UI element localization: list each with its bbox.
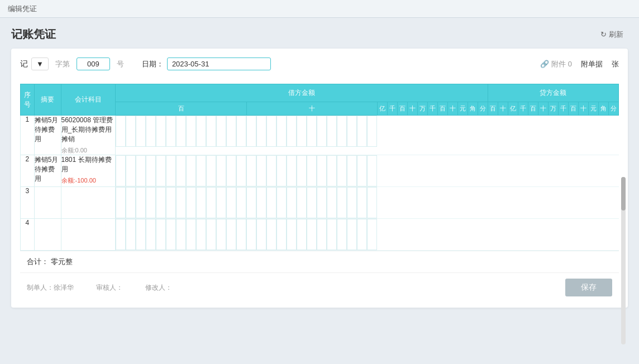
- date-group: 日期：: [142, 58, 271, 70]
- total-value: 零元整: [51, 257, 73, 267]
- total-row: 合计： 零元整: [20, 251, 619, 272]
- zi-di-input[interactable]: [77, 58, 110, 70]
- debit-bai2: 百: [116, 102, 247, 116]
- account-balance-negative: 余额:-100.00: [61, 176, 116, 185]
- credit-shi1: 十: [538, 102, 548, 116]
- voucher-table: 序号 摘要 会计科目 借方金额 贷方金额 百 十 亿 千 百 十 万 千 百 十: [20, 84, 619, 251]
- credit-yi: 亿: [508, 102, 518, 116]
- credit-bai0: 百: [568, 102, 578, 116]
- right-actions: 🔗 附件 0 附单据 张: [540, 59, 619, 69]
- summary-cell-empty-4[interactable]: [34, 219, 61, 251]
- refresh-label: 刷新: [609, 30, 623, 40]
- debit-wan: 万: [417, 102, 427, 116]
- title-bar-label: 编辑凭证: [8, 4, 37, 14]
- debit-qian0: 千: [427, 102, 437, 116]
- voucher-type-group: 记 ▼: [20, 58, 49, 70]
- date-label: 日期：: [142, 59, 164, 69]
- summary-cell[interactable]: 摊销5月待摊费用: [34, 116, 61, 155]
- seq-cell: 2: [21, 155, 35, 187]
- credit-amount-cell-2[interactable]: [246, 155, 377, 187]
- table-row: 3: [21, 187, 619, 219]
- account-balance: 余额:0.00: [61, 146, 116, 155]
- voucher-type-dropdown[interactable]: ▼: [31, 58, 49, 70]
- dropdown-arrow-icon: ▼: [36, 60, 44, 68]
- table-row: 1 摊销5月待摊费用 56020008 管理费用_长期待摊费用摊销 余额:0.0…: [21, 116, 619, 155]
- scrollbar-thumb[interactable]: [621, 177, 626, 210]
- account-code: 56020008 管理费用_长期待摊费用摊销: [61, 116, 116, 144]
- seq-cell: 1: [21, 116, 35, 155]
- debit-amount-cell[interactable]: [116, 116, 247, 155]
- debit-bai1: 百: [397, 102, 407, 116]
- credit-amount-cell-3[interactable]: [246, 187, 377, 219]
- credit-wan: 万: [548, 102, 558, 116]
- debit-qian1: 千: [387, 102, 397, 116]
- debit-amount-cell-2[interactable]: [116, 155, 247, 187]
- credit-fen: 分: [608, 102, 618, 116]
- refresh-button[interactable]: ↻ 刷新: [596, 27, 628, 42]
- col-summary: 摘要: [34, 84, 61, 116]
- page-header: 记账凭证 ↻ 刷新: [11, 27, 628, 42]
- auditor-label: 审核人：: [96, 283, 123, 293]
- voucher-card: 记 ▼ 字第 号 日期： 🔗 附件 0 附单据: [11, 49, 628, 308]
- col-debit-header: 借方金额: [116, 84, 488, 102]
- debit-bai0: 百: [437, 102, 447, 116]
- summary-cell-empty[interactable]: [34, 187, 61, 219]
- col-account: 会计科目: [61, 84, 116, 116]
- table-row: 4: [21, 219, 619, 251]
- paperclip-icon: 🔗: [540, 60, 549, 68]
- fujian-button[interactable]: 附单据: [581, 59, 603, 69]
- save-button[interactable]: 保存: [565, 279, 612, 296]
- hao-label: 号: [117, 59, 124, 69]
- account-cell-empty-4[interactable]: [61, 219, 116, 251]
- refresh-icon: ↻: [600, 30, 607, 39]
- summary-cell[interactable]: 摊销5月待摊费用: [34, 155, 61, 187]
- debit-shi1: 十: [407, 102, 417, 116]
- debit-amount-cell-4[interactable]: [116, 219, 247, 251]
- col-credit-header: 贷方金额: [488, 84, 618, 102]
- total-label: 合计：: [27, 257, 49, 267]
- debit-yi: 亿: [377, 102, 387, 116]
- footer-row: 制单人：徐泽华 审核人： 修改人： 保存: [20, 272, 619, 299]
- attach-group: 🔗 附件 0: [540, 59, 572, 69]
- credit-bai2: 百: [488, 102, 498, 116]
- account-cell-empty[interactable]: [61, 187, 116, 219]
- title-bar: 编辑凭证: [0, 0, 639, 18]
- ji-label: 记: [20, 59, 28, 69]
- scrollbar-track[interactable]: [621, 177, 626, 344]
- col-seq: 序号: [21, 84, 35, 116]
- seq-cell: 4: [21, 219, 35, 251]
- credit-bai1: 百: [528, 102, 538, 116]
- account-cell[interactable]: 1801 长期待摊费用 余额:-100.00: [61, 155, 116, 187]
- zhang-label: 张: [612, 59, 619, 69]
- credit-jiao: 角: [598, 102, 608, 116]
- account-cell[interactable]: 56020008 管理费用_长期待摊费用摊销 余额:0.00: [61, 116, 116, 155]
- debit-jiao: 角: [468, 102, 478, 116]
- credit-shi2: 十: [498, 102, 508, 116]
- debit-shi2: 十: [246, 102, 377, 116]
- main-container: 记账凭证 ↻ 刷新 记 ▼ 字第 号 日期： 🔗: [0, 18, 639, 364]
- credit-qian1: 千: [518, 102, 528, 116]
- maker-label: 制单人：徐泽华: [27, 283, 74, 293]
- debit-fen: 分: [478, 102, 488, 116]
- credit-amount-cell-4[interactable]: [246, 219, 377, 251]
- date-input[interactable]: [167, 58, 271, 70]
- debit-amount-cell-3[interactable]: [116, 187, 247, 219]
- table-row: 2 摊销5月待摊费用 1801 长期待摊费用 余额:-100.00: [21, 155, 619, 187]
- zi-di-label: 字第: [55, 59, 70, 69]
- attach-count: 0: [568, 60, 572, 68]
- form-row: 记 ▼ 字第 号 日期： 🔗 附件 0 附单据: [20, 58, 619, 76]
- credit-qian0: 千: [558, 102, 568, 116]
- page-title: 记账凭证: [11, 27, 56, 42]
- seq-cell: 3: [21, 187, 35, 219]
- account-code: 1801 长期待摊费用: [61, 155, 116, 174]
- credit-shi0: 十: [578, 102, 588, 116]
- debit-yuan: 元: [457, 102, 468, 116]
- modifier-label: 修改人：: [145, 283, 172, 293]
- attach-label: 附件: [551, 59, 566, 69]
- credit-amount-cell[interactable]: [246, 116, 377, 155]
- credit-yuan: 元: [588, 102, 598, 116]
- debit-shi0: 十: [447, 102, 457, 116]
